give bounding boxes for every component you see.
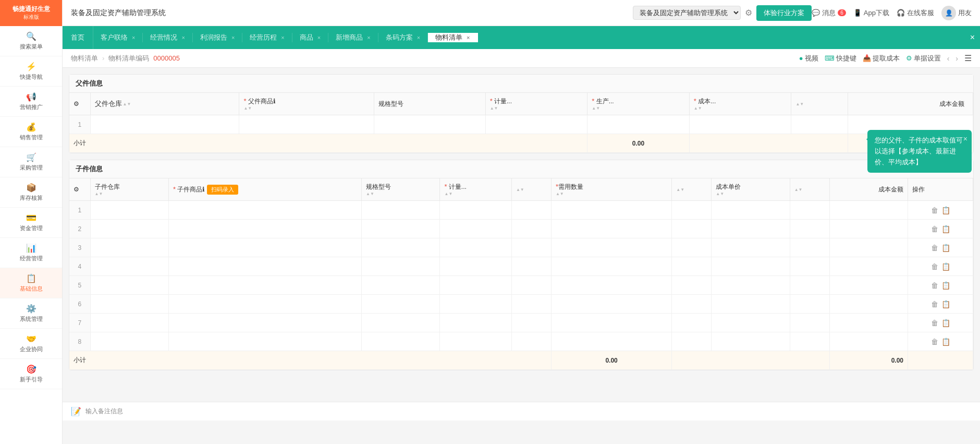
- copy-icon[interactable]: 📋: [941, 244, 950, 252]
- close-tab-icon[interactable]: ×: [181, 34, 185, 41]
- extract-cost-action[interactable]: 📥 提取成本: [863, 54, 900, 63]
- child-unit-cost-cell[interactable]: [712, 201, 790, 220]
- sidebar-item-marketing[interactable]: 📢 营销推广: [0, 87, 62, 117]
- child-extra1-cell[interactable]: [511, 257, 551, 276]
- child-unit-cell[interactable]: [440, 220, 511, 238]
- copy-icon[interactable]: 📋: [941, 225, 950, 233]
- child-extra1-cell[interactable]: [511, 314, 551, 332]
- child-qty-cell[interactable]: [551, 314, 671, 332]
- parent-spec-cell[interactable]: [374, 115, 485, 134]
- child-th-settings[interactable]: ⚙: [69, 178, 90, 201]
- tab-history[interactable]: 经营历程×: [242, 33, 292, 42]
- copy-icon[interactable]: 📋: [941, 338, 950, 346]
- child-warehouse-cell[interactable]: [90, 238, 168, 257]
- user-menu[interactable]: 👤 用友: [941, 6, 972, 20]
- copy-icon[interactable]: 📋: [941, 319, 950, 327]
- child-unit-cost-cell[interactable]: [712, 238, 790, 257]
- parent-unit-cell[interactable]: [485, 115, 587, 134]
- close-tab-icon[interactable]: ×: [317, 34, 321, 41]
- app-download-btn[interactable]: 📱 App下载: [853, 8, 889, 18]
- child-extra1-cell[interactable]: [511, 276, 551, 295]
- child-unit-cell[interactable]: [440, 276, 511, 295]
- copy-icon[interactable]: 📋: [941, 281, 950, 290]
- tab-customer[interactable]: 客户联络×: [93, 33, 143, 42]
- child-spec-cell[interactable]: [362, 276, 440, 295]
- child-spec-cell[interactable]: [362, 257, 440, 276]
- tab-goods[interactable]: 商品×: [292, 33, 328, 42]
- tab-new-goods[interactable]: 新增商品×: [328, 33, 378, 42]
- delete-icon[interactable]: 🗑: [931, 225, 938, 233]
- prev-page-btn[interactable]: ‹: [947, 54, 950, 63]
- tab-home[interactable]: 首页: [63, 26, 93, 49]
- child-warehouse-cell[interactable]: [90, 257, 168, 276]
- child-extra2-cell[interactable]: [672, 276, 712, 295]
- child-spec-cell[interactable]: [362, 238, 440, 257]
- child-warehouse-cell[interactable]: [90, 295, 168, 314]
- child-spec-cell[interactable]: [362, 332, 440, 351]
- parent-extra-cell[interactable]: [791, 115, 848, 134]
- sidebar-item-enterprise[interactable]: 🤝 企业协同: [0, 329, 62, 359]
- child-extra3-cell[interactable]: [790, 220, 829, 238]
- child-unit-cell[interactable]: [440, 257, 511, 276]
- sidebar-item-inventory[interactable]: 📦 库存核算: [0, 177, 62, 208]
- delete-icon[interactable]: 🗑: [931, 206, 938, 214]
- online-service-btn[interactable]: 🎧 在线客服: [897, 8, 934, 18]
- child-extra3-cell[interactable]: [790, 314, 829, 332]
- close-all-tabs-btn[interactable]: ×: [965, 33, 980, 42]
- child-extra3-cell[interactable]: [790, 295, 829, 314]
- sidebar-item-search[interactable]: 🔍 搜索菜单: [0, 26, 62, 56]
- next-page-btn[interactable]: ›: [956, 54, 958, 63]
- parent-production-cell[interactable]: [587, 115, 690, 134]
- child-unit-cost-cell[interactable]: [712, 257, 790, 276]
- child-extra1-cell[interactable]: [511, 332, 551, 351]
- child-extra3-cell[interactable]: [790, 257, 829, 276]
- close-tab-icon[interactable]: ×: [231, 34, 235, 41]
- child-goods-cell[interactable]: [168, 332, 361, 351]
- delete-icon[interactable]: 🗑: [931, 319, 938, 327]
- child-unit-cost-cell[interactable]: [712, 332, 790, 351]
- close-tab-icon[interactable]: ×: [132, 34, 135, 41]
- parent-goods-cell[interactable]: [239, 115, 374, 134]
- copy-icon[interactable]: 📋: [941, 300, 950, 308]
- child-extra3-cell[interactable]: [790, 238, 829, 257]
- message-btn[interactable]: 💬 消息 6: [812, 8, 846, 18]
- child-extra2-cell[interactable]: [672, 238, 712, 257]
- child-warehouse-cell[interactable]: [90, 332, 168, 351]
- child-extra2-cell[interactable]: [672, 295, 712, 314]
- parent-cost-cell[interactable]: [689, 115, 791, 134]
- child-unit-cost-cell[interactable]: [712, 295, 790, 314]
- child-qty-cell[interactable]: [551, 257, 671, 276]
- sidebar-item-sales[interactable]: 💰 销售管理: [0, 117, 62, 147]
- parent-th-settings[interactable]: ⚙: [69, 93, 90, 115]
- child-qty-cell[interactable]: [551, 276, 671, 295]
- child-extra2-cell[interactable]: [672, 257, 712, 276]
- experience-btn[interactable]: 体验行业方案: [756, 5, 812, 21]
- delete-icon[interactable]: 🗑: [931, 262, 938, 271]
- close-tab-icon[interactable]: ×: [367, 34, 370, 41]
- child-goods-cell[interactable]: [168, 220, 361, 238]
- child-spec-cell[interactable]: [362, 201, 440, 220]
- sidebar-item-purchase[interactable]: 🛒 采购管理: [0, 147, 62, 177]
- child-qty-cell[interactable]: [551, 332, 671, 351]
- tab-bom[interactable]: 物料清单×: [428, 33, 477, 42]
- child-extra2-cell[interactable]: [672, 314, 712, 332]
- child-extra3-cell[interactable]: [790, 276, 829, 295]
- video-action[interactable]: ● 视频: [799, 54, 818, 63]
- sidebar-item-beginner[interactable]: 🎯 新手引导: [0, 359, 62, 389]
- child-spec-cell[interactable]: [362, 314, 440, 332]
- delete-icon[interactable]: 🗑: [931, 338, 938, 346]
- delete-icon[interactable]: 🗑: [931, 244, 938, 252]
- child-extra2-cell[interactable]: [672, 201, 712, 220]
- child-warehouse-cell[interactable]: [90, 220, 168, 238]
- child-goods-cell[interactable]: [168, 257, 361, 276]
- sidebar-item-basic-info[interactable]: 📋 基础信息: [0, 268, 62, 298]
- system-selector[interactable]: 装备及固定资产辅助管理系统: [633, 6, 741, 20]
- child-qty-cell[interactable]: [551, 238, 671, 257]
- child-goods-cell[interactable]: [168, 238, 361, 257]
- child-goods-cell[interactable]: [168, 314, 361, 332]
- child-unit-cell[interactable]: [440, 314, 511, 332]
- bill-settings-action[interactable]: ⚙ 单据设置: [906, 54, 941, 63]
- child-unit-cost-cell[interactable]: [712, 220, 790, 238]
- child-unit-cost-cell[interactable]: [712, 314, 790, 332]
- breadcrumb-bom[interactable]: 物料清单: [71, 54, 98, 63]
